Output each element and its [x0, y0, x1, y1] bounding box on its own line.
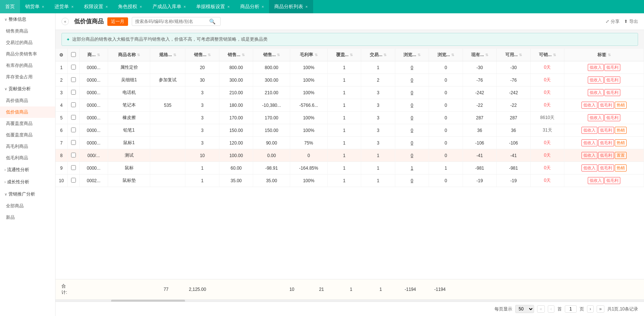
share-btn[interactable]: ⤢ 分享	[606, 18, 620, 25]
col-checkbox[interactable]	[67, 49, 79, 61]
nav-item-首页[interactable]: 首页	[0, 0, 20, 13]
cell-view1[interactable]: 0	[395, 137, 429, 149]
cell-checkbox[interactable]	[67, 149, 79, 162]
row-checkbox[interactable]	[71, 115, 76, 120]
col-view1[interactable]: 浏览... ⇅	[395, 49, 429, 61]
col-spec[interactable]: 规格... ⇅	[150, 49, 185, 61]
sidebar-item-有库存的商品[interactable]: 有库存的商品	[0, 60, 55, 71]
cell-view1[interactable]: 0	[395, 61, 429, 74]
table-row: 2 0000... 吴细细1 参加复试 30 300.00 300.00 100…	[56, 74, 644, 86]
nav-item-单据模板设置[interactable]: 单据模板设置×	[191, 0, 235, 13]
col-view2[interactable]: 浏览... ⇅	[429, 49, 463, 61]
per-page-select[interactable]: 50 20 100	[515, 305, 534, 313]
col-name[interactable]: 商品名称 ⇅	[108, 49, 150, 61]
sidebar-group-整体信息[interactable]: ∨整体信息	[0, 13, 55, 26]
nav-item-商品分析[interactable]: 商品分析×	[235, 0, 269, 13]
first-page-btn[interactable]: «	[537, 305, 545, 313]
sidebar-group-营销推广分析[interactable]: ∨营销推广分析	[0, 188, 55, 200]
sidebar-group-成长性分析[interactable]: ›成长性分析	[0, 176, 55, 188]
row-checkbox[interactable]	[71, 102, 76, 107]
sidebar-item-商品分类销售率[interactable]: 商品分类销售率	[0, 48, 55, 60]
sidebar-item-低毛利商品[interactable]: 低毛利商品	[0, 152, 55, 164]
cell-checkbox[interactable]	[67, 112, 79, 124]
sidebar-group-流通性分析[interactable]: ›流通性分析	[0, 164, 55, 176]
cell-view1[interactable]: 0	[395, 149, 429, 162]
col-available[interactable]: 可用... ⇅	[497, 49, 530, 61]
cell-checkbox[interactable]	[67, 124, 79, 137]
col-sale-price[interactable]: 销售... ⇅	[253, 49, 290, 61]
nav-close-商品分析[interactable]: ×	[262, 4, 264, 9]
nav-close-单据模板设置[interactable]: ×	[227, 4, 229, 9]
cell-checkbox[interactable]	[67, 162, 79, 174]
row-checkbox[interactable]	[71, 128, 76, 132]
table-wrapper[interactable]: ⚙ 商... ⇅ 商品名称 ⇅ 规格... ⇅ 销售... ⇅ 销售... ⇅ …	[56, 49, 644, 279]
cell-sale-amount: 60.00	[219, 162, 253, 174]
col-margin[interactable]: 毛利率 ⇅	[290, 49, 328, 61]
nav-close-权限设置[interactable]: ×	[105, 4, 108, 9]
cell-checkbox[interactable]	[67, 99, 79, 112]
next-page-btn[interactable]: ›	[587, 305, 594, 313]
cell-checkbox[interactable]	[67, 137, 79, 149]
nav-close-角色授权[interactable]: ×	[140, 4, 142, 9]
cell-checkbox[interactable]	[67, 174, 79, 187]
nav-item-商品分析列表[interactable]: 商品分析列表×	[269, 0, 313, 13]
select-all-checkbox[interactable]	[71, 52, 76, 57]
cell-view1[interactable]: 0	[395, 174, 429, 187]
search-icon[interactable]: 🔍	[209, 18, 215, 24]
sidebar-item-库存资金占用[interactable]: 库存资金占用	[0, 71, 55, 83]
sidebar-item-低价值商品[interactable]: 低价值商品	[0, 106, 55, 118]
col-deal[interactable]: 交易... ⇅	[361, 49, 395, 61]
row-checkbox[interactable]	[71, 153, 76, 157]
nav-item-产成品入库单[interactable]: 产成品入库单×	[147, 0, 191, 13]
row-checkbox[interactable]	[71, 178, 76, 183]
cell-view1[interactable]: 0	[395, 74, 429, 86]
col-tags[interactable]: 标签 ⇅	[564, 49, 644, 61]
sidebar-item-高覆盖度商品[interactable]: 高覆盖度商品	[0, 118, 55, 129]
page-input[interactable]	[565, 305, 577, 313]
sidebar-item-高价值商品[interactable]: 高价值商品	[0, 95, 55, 106]
sidebar-group-贡献值分析[interactable]: ∨贡献值分析	[0, 83, 55, 95]
nav-item-销货单[interactable]: 销货单×	[20, 0, 49, 13]
row-checkbox[interactable]	[71, 65, 76, 69]
cell-view1[interactable]: 0	[395, 112, 429, 124]
cell-view1[interactable]: 1	[395, 162, 429, 174]
row-checkbox[interactable]	[71, 165, 76, 170]
time-filter-btn[interactable]: 近一月	[107, 17, 128, 26]
sidebar-item-全部商品[interactable]: 全部商品	[0, 200, 55, 212]
sidebar-item-低覆盖度商品[interactable]: 低覆盖度商品	[0, 129, 55, 141]
col-current[interactable]: 现有... ⇅	[463, 49, 496, 61]
cell-checkbox[interactable]	[67, 74, 79, 86]
nav-close-进货单[interactable]: ×	[71, 4, 73, 9]
col-code[interactable]: 商... ⇅	[79, 49, 108, 61]
col-settings[interactable]: ⚙	[56, 49, 67, 61]
nav-close-产成品入库单[interactable]: ×	[184, 4, 186, 9]
nav-close-商品分析列表[interactable]: ×	[305, 4, 308, 9]
col-qty[interactable]: 销售... ⇅	[185, 49, 219, 61]
sidebar-item-高毛利商品[interactable]: 高毛利商品	[0, 141, 55, 152]
nav-close-销货单[interactable]: ×	[42, 4, 44, 9]
tag-低毛利: 低毛利	[604, 64, 620, 71]
sidebar-item-交易过的商品[interactable]: 交易过的商品	[0, 37, 55, 48]
cell-name: 铅笔1	[108, 124, 150, 137]
last-page-btn[interactable]: »	[597, 305, 604, 313]
nav-item-权限设置[interactable]: 权限设置×	[79, 0, 113, 13]
export-btn[interactable]: ⬆ 导出	[624, 18, 638, 25]
nav-item-进货单[interactable]: 进货单×	[49, 0, 78, 13]
row-checkbox[interactable]	[71, 140, 76, 145]
cell-view1[interactable]: 0	[395, 124, 429, 137]
search-input[interactable]	[135, 19, 209, 24]
col-sale-amount[interactable]: 销售... ⇅	[219, 49, 253, 61]
col-saleable[interactable]: 可销... ⇅	[530, 49, 564, 61]
cell-view1[interactable]: 0	[395, 99, 429, 112]
cell-view1[interactable]: 0	[395, 86, 429, 99]
prev-page-btn[interactable]: ‹	[548, 305, 554, 313]
row-checkbox[interactable]	[71, 90, 76, 95]
sidebar-item-新品[interactable]: 新品	[0, 212, 55, 223]
cell-checkbox[interactable]	[67, 61, 79, 74]
col-coverage[interactable]: 覆盖... ⇅	[327, 49, 361, 61]
sidebar-collapse-btn[interactable]: «	[61, 18, 69, 25]
cell-checkbox[interactable]	[67, 86, 79, 99]
nav-item-角色授权[interactable]: 角色授权×	[113, 0, 147, 13]
row-checkbox[interactable]	[71, 77, 76, 82]
sidebar-item-销售类商品[interactable]: 销售类商品	[0, 26, 55, 37]
